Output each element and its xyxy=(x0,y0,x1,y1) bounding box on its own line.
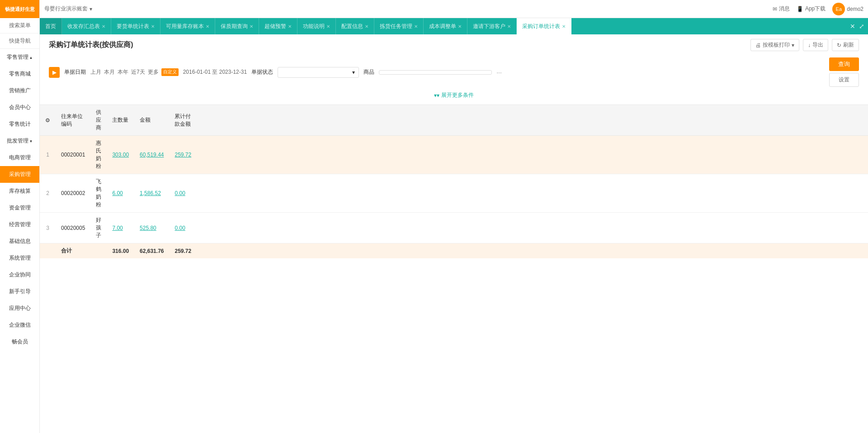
tab-bar: 首页 收发存汇总表 ✕ 要货单统计表 ✕ 可用量库存账本 ✕ 保质期查询 ✕ 超… xyxy=(40,18,868,34)
row-2-num: 2 xyxy=(40,174,56,213)
sidebar-item-app-center[interactable]: 应用中心 xyxy=(0,300,39,317)
tab-usable-inventory[interactable]: 可用量库存账本 ✕ xyxy=(160,18,215,34)
user-menu[interactable]: Ea demo2 xyxy=(832,3,863,15)
filter-toggle-btn[interactable]: ▶ xyxy=(49,67,60,78)
sidebar-item-enterprise-wechat[interactable]: 企业微信 xyxy=(0,317,39,333)
expand-label: 展开更多条件 xyxy=(441,91,474,99)
expand-more-btn[interactable]: ▾▾ 展开更多条件 xyxy=(49,90,859,101)
tab-close-usable-inventory[interactable]: ✕ xyxy=(206,24,209,29)
sidebar-item-member[interactable]: 畅会员 xyxy=(0,333,39,350)
tab-close-overstock-warning[interactable]: ✕ xyxy=(288,24,292,29)
sidebar-item-basic-info[interactable]: 基础信息 xyxy=(0,233,39,250)
date-more[interactable]: 更多 xyxy=(148,68,159,76)
tab-collect-send[interactable]: 收发存汇总表 ✕ xyxy=(62,18,111,34)
company-name: 母婴行业演示账套 xyxy=(44,5,88,13)
sidebar-item-ecommerce[interactable]: 电商管理 xyxy=(0,149,39,166)
sidebar-item-wholesale-mgmt[interactable]: 批发管理 xyxy=(0,133,39,149)
row-2-main-qty: 6.00 xyxy=(107,174,134,213)
row-3-qty-link[interactable]: 7.00 xyxy=(112,225,123,231)
close-tab-btn[interactable]: ✕ xyxy=(850,23,855,30)
col-amount: 金额 xyxy=(134,105,169,136)
date-this-month[interactable]: 本月 xyxy=(104,68,115,76)
search-menu-item[interactable]: 搜索菜单 xyxy=(0,18,39,33)
setting-button[interactable]: 设置 xyxy=(829,73,859,87)
date-range-display[interactable]: 2016-01-01 至 2023-12-31 xyxy=(183,68,247,76)
row-3-paid-link[interactable]: 0.00 xyxy=(175,225,185,231)
sidebar-item-enterprise[interactable]: 企业协同 xyxy=(0,266,39,283)
tab-config-info[interactable]: 配置信息 ✕ xyxy=(336,18,374,34)
tab-expiry-query[interactable]: 保质期查询 ✕ xyxy=(215,18,259,34)
col-extra xyxy=(197,105,868,136)
tab-picking-task[interactable]: 拣货任务管理 ✕ xyxy=(374,18,424,34)
tab-close-collect-send[interactable]: ✕ xyxy=(102,24,105,29)
status-select[interactable]: ▾ xyxy=(278,67,359,78)
refresh-button[interactable]: ↻ 刷新 xyxy=(832,39,859,51)
sidebar-item-operations[interactable]: 经营管理 xyxy=(0,216,39,233)
tab-close-goods-stats[interactable]: ✕ xyxy=(151,24,155,29)
row-1-qty-link[interactable]: 303.00 xyxy=(112,152,129,158)
sidebar-item-retail-mgmt[interactable]: 零售管理 xyxy=(0,49,39,66)
tab-close-config-info[interactable]: ✕ xyxy=(365,24,368,29)
quick-nav-item[interactable]: 快捷导航 xyxy=(0,33,39,49)
date-last-month[interactable]: 上月 xyxy=(90,68,101,76)
sidebar-item-finance[interactable]: 资金管理 xyxy=(0,200,39,216)
table-row[interactable]: 2 00020002 飞鹤奶粉 6.00 1,586.52 0.00 xyxy=(40,174,868,213)
tab-close-expiry-query[interactable]: ✕ xyxy=(250,24,253,29)
sidebar-item-retail-stats[interactable]: 零售统计 xyxy=(0,116,39,133)
tab-close-invite-downstream[interactable]: ✕ xyxy=(507,24,511,29)
col-settings[interactable]: ⚙ xyxy=(40,105,56,136)
goods-input[interactable] xyxy=(379,70,492,75)
row-2-amount-link[interactable]: 1,586.52 xyxy=(140,190,161,196)
top-bar-left: 母婴行业演示账套 ▾ xyxy=(44,5,92,13)
row-2-qty-link[interactable]: 6.00 xyxy=(112,190,123,196)
settings-icon: ⚙ xyxy=(45,117,50,124)
tab-overstock-warning[interactable]: 超储预警 ✕ xyxy=(259,18,297,34)
export-button[interactable]: ↓ 导出 xyxy=(803,39,828,51)
row-1-amount-link[interactable]: 60,519.44 xyxy=(140,152,164,158)
message-icon: ✉ xyxy=(773,6,777,12)
footer-label: 合计 xyxy=(56,243,107,259)
tab-purchase-order-stats[interactable]: 采购订单统计表 ✕ xyxy=(517,18,571,34)
date-7days[interactable]: 近7天 xyxy=(131,68,145,76)
row-1-paid-link[interactable]: 259.72 xyxy=(175,152,191,158)
sidebar-item-member-center[interactable]: 会员中心 xyxy=(0,99,39,116)
row-1-extra xyxy=(197,136,868,174)
tab-cost-adjust[interactable]: 成本调整单 ✕ xyxy=(424,18,467,34)
sidebar-item-inventory[interactable]: 库存核算 xyxy=(0,183,39,200)
content-area: 采购订单统计表(按供应商) 🖨 按模板打印 ▾ ↓ 导出 ↻ 刷新 xyxy=(40,34,868,433)
top-bar-right: ✉ 消息 📱 App下载 Ea demo2 xyxy=(773,3,863,15)
export-icon: ↓ xyxy=(808,42,811,48)
sidebar-item-retail-mall[interactable]: 零售商城 xyxy=(0,66,39,82)
print-button[interactable]: 🖨 按模板打印 ▾ xyxy=(750,39,799,51)
row-3-main-qty: 7.00 xyxy=(107,213,134,243)
tab-close-picking-task[interactable]: ✕ xyxy=(414,24,418,29)
row-2-extra xyxy=(197,174,868,213)
table-row[interactable]: 3 00020005 好孩子 7.00 525.80 0.00 xyxy=(40,213,868,243)
message-button[interactable]: ✉ 消息 xyxy=(773,5,790,13)
message-label: 消息 xyxy=(779,5,790,13)
tab-close-function-desc[interactable]: ✕ xyxy=(326,24,330,29)
maximize-tab-btn[interactable]: ⤢ xyxy=(859,23,864,30)
tab-invite-downstream[interactable]: 邀请下游客户 ✕ xyxy=(467,18,517,34)
sidebar-item-new-guide[interactable]: 新手引导 xyxy=(0,283,39,300)
sidebar-item-marketing[interactable]: 营销推广 xyxy=(0,82,39,99)
table-row[interactable]: 1 00020001 惠氏奶粉 303.00 60,519.44 259.72 xyxy=(40,136,868,174)
sidebar-item-purchase-mgmt[interactable]: 采购管理 xyxy=(0,166,39,183)
date-this-year[interactable]: 本年 xyxy=(118,68,128,76)
app-download-button[interactable]: 📱 App下载 xyxy=(797,5,826,13)
company-selector[interactable]: 母婴行业演示账套 ▾ xyxy=(44,5,92,13)
tab-close-cost-adjust[interactable]: ✕ xyxy=(458,24,462,29)
row-2-paid-link[interactable]: 0.00 xyxy=(175,190,185,196)
tab-close-purchase-order-stats[interactable]: ✕ xyxy=(562,24,566,29)
col-main-qty: 主数量 xyxy=(107,105,134,136)
tab-goods-stats[interactable]: 要货单统计表 ✕ xyxy=(111,18,160,34)
tab-home[interactable]: 首页 xyxy=(40,18,62,34)
more-filter-icon[interactable]: ··· xyxy=(496,69,502,76)
sidebar-item-system-mgmt[interactable]: 系统管理 xyxy=(0,250,39,266)
tab-function-desc[interactable]: 功能说明 ✕ xyxy=(297,18,336,34)
query-button[interactable]: 查询 xyxy=(829,57,859,71)
row-3-amount-link[interactable]: 525.80 xyxy=(140,225,156,231)
tab-bar-actions: ✕ ⤢ xyxy=(846,23,868,30)
download-icon: 📱 xyxy=(797,6,803,12)
row-1-partner-code: 00020001 xyxy=(56,136,90,174)
